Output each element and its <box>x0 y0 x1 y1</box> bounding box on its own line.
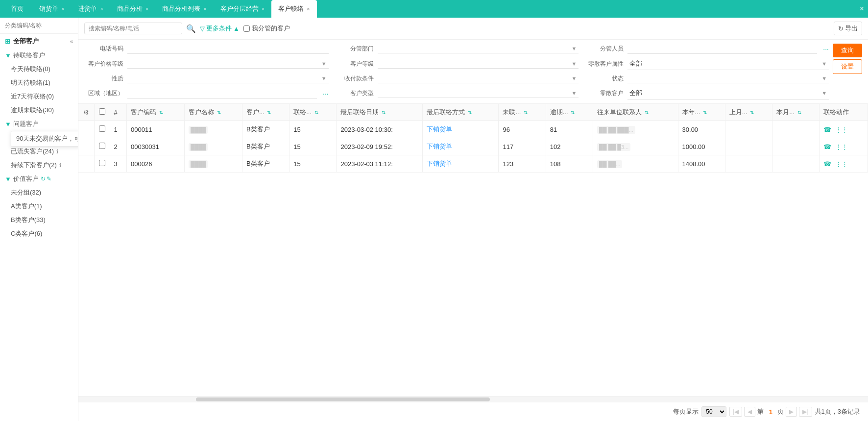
lcm-link-2[interactable]: 下销货单 <box>427 143 452 150</box>
row3-checkbox[interactable] <box>99 160 105 166</box>
sidebar-search-input[interactable] <box>5 22 78 29</box>
tab-home[interactable]: 首页 <box>4 0 30 18</box>
col-contact-person[interactable]: 往来单位联系人 ⇅ <box>593 104 678 121</box>
col-this-month[interactable]: 本月... ⇅ <box>772 104 820 121</box>
sidebar-group-value[interactable]: ▼ 价值客户 ↻ ✎ <box>0 172 78 186</box>
sidebar-all-customers[interactable]: ⊞ 全部客户 « <box>0 34 78 49</box>
sidebar-item-unsorted[interactable]: 未分组(32) <box>0 186 78 199</box>
manager-input[interactable] <box>627 44 817 54</box>
sidebar-item-tomorrow[interactable]: 明天待联络(1) <box>0 76 78 90</box>
select-all-checkbox[interactable] <box>99 108 105 115</box>
edit-icon-value[interactable]: ✎ <box>47 175 51 182</box>
col-name[interactable]: 客户名称 ⇅ <box>185 104 242 121</box>
col-overdue[interactable]: 逾期... ⇅ <box>546 104 593 121</box>
main-search-button[interactable]: 🔍 <box>186 24 196 33</box>
more-filters-button[interactable]: ▽ 更多条件 ▲ <box>200 24 240 33</box>
next-page-btn[interactable]: ▶ <box>786 407 797 417</box>
dept-select[interactable]: ▼ <box>378 44 579 53</box>
contact-icon-2[interactable]: ☎ <box>823 143 831 150</box>
td-checkbox-2[interactable] <box>94 138 110 155</box>
row2-checkbox[interactable] <box>99 143 105 149</box>
sidebar-item-7days[interactable]: 近7天待联络(0) <box>0 90 78 103</box>
more-icon-3[interactable]: ⋮⋮ <box>835 160 848 168</box>
tab-customer-contact-close[interactable]: × <box>307 6 310 12</box>
export-button[interactable]: ↻ 导出 <box>834 22 862 35</box>
tab-goods-analysis-list-close[interactable]: × <box>203 6 206 12</box>
td-lcm-3[interactable]: 下销货单 <box>423 155 499 173</box>
last-page-btn[interactable]: ▶| <box>799 407 812 417</box>
lcm-link-3[interactable]: 下销货单 <box>427 160 452 167</box>
settings-button[interactable]: 设置 <box>833 59 862 74</box>
td-lcm-2[interactable]: 下销货单 <box>423 138 499 155</box>
sort-lcd[interactable]: ⇅ <box>382 110 386 115</box>
tab-goods-analysis-close[interactable]: × <box>145 6 148 12</box>
status-select[interactable]: ▼ <box>627 74 829 83</box>
first-page-btn[interactable]: |◀ <box>729 407 742 417</box>
retail-select[interactable]: 全部 ▼ <box>627 87 829 99</box>
tab-customer-segment[interactable]: 客户分层经营 × <box>214 0 271 18</box>
sidebar-item-class-c[interactable]: C类客户(6) <box>0 227 78 241</box>
retail-attr-select[interactable]: 全部 ▼ <box>627 58 829 70</box>
customer-level-select[interactable]: ▼ <box>378 59 579 69</box>
col-checkbox[interactable] <box>94 104 110 121</box>
phone-input[interactable] <box>127 44 329 54</box>
payment-select[interactable]: ▼ <box>378 74 579 83</box>
customer-type-select[interactable]: ▼ <box>378 89 579 98</box>
window-close-button[interactable]: × <box>860 4 864 13</box>
sort-overdue[interactable]: ⇅ <box>571 110 575 115</box>
tab-sales-close[interactable]: × <box>61 6 64 12</box>
sort-code[interactable]: ⇅ <box>159 110 163 115</box>
sidebar-item-class-a[interactable]: A类客户(1) <box>0 199 78 213</box>
tab-purchase[interactable]: 进货单 × <box>71 0 110 18</box>
manager-dots[interactable]: ··· <box>823 45 829 53</box>
nature-select[interactable]: ▼ <box>127 74 329 83</box>
per-page-select[interactable]: 50 20 100 <box>701 406 726 417</box>
contact-icon-1[interactable]: ☎ <box>823 126 831 133</box>
my-customers-checkbox[interactable] <box>243 25 250 32</box>
td-checkbox-1[interactable] <box>94 121 110 138</box>
col-last-contact-method[interactable]: 最后联络方式 ⇅ <box>423 104 499 121</box>
sidebar-group-pending-contact[interactable]: ▼ 待联络客户 <box>0 49 78 62</box>
col-last-contact-date[interactable]: 最后联络日期 ⇅ <box>337 104 423 121</box>
lcm-link-1[interactable]: 下销货单 <box>427 125 452 133</box>
sort-name[interactable]: ⇅ <box>217 110 221 115</box>
main-search-input[interactable] <box>84 23 182 34</box>
sidebar-item-overdue[interactable]: 逾期未联络(30) <box>0 103 78 117</box>
sidebar-group-problem[interactable]: ▼ 问题客户 <box>0 117 78 131</box>
query-button[interactable]: 查询 <box>833 44 862 57</box>
tab-customer-segment-close[interactable]: × <box>262 6 265 12</box>
row1-checkbox[interactable] <box>99 125 105 132</box>
price-level-select[interactable]: ▼ <box>127 59 329 69</box>
col-code[interactable]: 客户编码 ⇅ <box>127 104 185 121</box>
sidebar-item-today[interactable]: 今天待联络(0) <box>0 62 78 76</box>
td-lcm-1[interactable]: 下销货单 <box>423 121 499 138</box>
tab-purchase-close[interactable]: × <box>100 6 103 12</box>
col-uncontact[interactable]: 未联... ⇅ <box>499 104 546 121</box>
sidebar-collapse-icon[interactable]: « <box>70 38 73 44</box>
region-dots[interactable]: ··· <box>323 90 329 98</box>
td-checkbox-3[interactable] <box>94 155 110 173</box>
col-this-year[interactable]: 本年... ⇅ <box>678 104 725 121</box>
sort-contact[interactable]: ⇅ <box>314 110 318 115</box>
sidebar-item-already-lost[interactable]: 已流失客户(24) ℹ <box>0 145 78 158</box>
refresh-icon-value[interactable]: ↻ <box>41 175 46 182</box>
sort-lm[interactable]: ⇅ <box>750 110 754 115</box>
settings-icon[interactable]: ⚙ <box>83 109 89 116</box>
sort-lcm[interactable]: ⇅ <box>468 110 472 115</box>
col-contact[interactable]: 联络... ⇅ <box>289 104 337 121</box>
region-input[interactable] <box>127 88 317 99</box>
tab-customer-contact[interactable]: 客户联络 × <box>271 0 316 18</box>
more-icon-1[interactable]: ⋮⋮ <box>835 126 848 133</box>
scroll-thumb[interactable] <box>196 397 490 401</box>
tab-goods-analysis-list[interactable]: 商品分析列表 × <box>155 0 213 18</box>
col-last-month[interactable]: 上月... ⇅ <box>725 104 772 121</box>
col-type[interactable]: 客户... ⇅ <box>242 104 289 121</box>
sort-tm[interactable]: ⇅ <box>797 110 801 115</box>
horizontal-scrollbar[interactable] <box>78 396 868 402</box>
sort-uncontact[interactable]: ⇅ <box>524 110 528 115</box>
sort-ty[interactable]: ⇅ <box>703 110 707 115</box>
prev-page-btn[interactable]: ◀ <box>744 407 755 417</box>
sidebar-item-class-b[interactable]: B类客户(33) <box>0 213 78 227</box>
sort-type[interactable]: ⇅ <box>267 110 271 115</box>
tab-goods-analysis[interactable]: 商品分析 × <box>110 0 155 18</box>
